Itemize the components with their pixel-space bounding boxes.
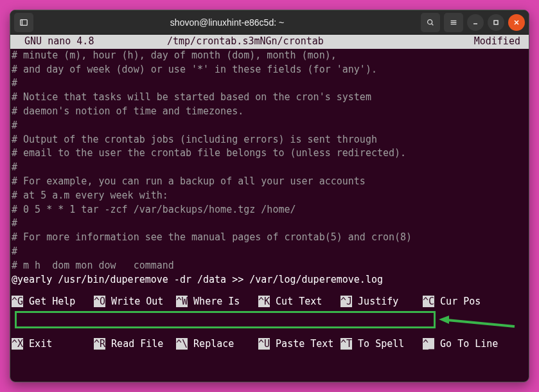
nano-shortcut: ^U Paste Text <box>258 337 340 352</box>
shortcut-label: Paste Text <box>270 338 333 350</box>
shortcut-key: ^_ <box>423 338 434 350</box>
nano-shortcut: ^X Exit <box>12 337 94 352</box>
editor-line: # For more information see the manual pa… <box>12 231 527 245</box>
terminal-body[interactable]: GNU nano 4.8 /tmp/crontab.s3mNGn/crontab… <box>10 35 529 287</box>
editor-line: # <box>12 217 527 231</box>
shortcut-label: Exit <box>23 338 52 350</box>
svg-rect-0 <box>21 19 28 25</box>
editor-line: # at 5 a.m every week with: <box>12 189 527 203</box>
shortcut-label: Go To Line <box>434 338 498 350</box>
menu-button[interactable] <box>444 13 463 32</box>
maximize-button[interactable] <box>488 14 504 31</box>
shortcut-key: ^U <box>258 338 270 350</box>
shortcut-key: ^J <box>340 296 352 307</box>
editor-line: # <box>12 161 527 175</box>
shortcut-key: ^T <box>340 338 352 350</box>
footer-row-2: ^X Exit^R Read File^\ Replace^U Paste Te… <box>12 337 527 352</box>
nano-shortcut: ^_ Go To Line <box>423 337 505 352</box>
shortcut-key: ^G <box>12 296 23 307</box>
editor-content[interactable]: # minute (m), hour (h), day of month (do… <box>10 49 529 287</box>
new-tab-button[interactable] <box>14 13 33 32</box>
nano-filename: /tmp/crontab.s3mNGn/crontab <box>167 35 474 49</box>
editor-line: # For example, you can run a backup of a… <box>12 175 527 189</box>
shortcut-label: Replace <box>188 338 234 350</box>
nano-shortcut: ^O Write Out <box>94 295 176 309</box>
editor-line: # Notice that tasks will be started base… <box>12 91 527 105</box>
shortcut-key: ^X <box>12 338 23 350</box>
shortcut-key: ^\ <box>176 338 188 350</box>
shortcut-label: Justify <box>352 296 398 307</box>
nano-shortcut: ^G Get Help <box>12 295 94 309</box>
editor-line: # daemon's notion of time and timezones. <box>12 105 527 119</box>
minimize-button[interactable] <box>467 14 484 31</box>
shortcut-label: Cut Text <box>270 296 322 307</box>
shortcut-label: Write Out <box>105 296 163 307</box>
shortcut-label: Get Help <box>23 296 75 307</box>
nano-shortcut: ^J Justify <box>340 295 423 309</box>
nano-shortcut: ^W Where Is <box>176 295 258 309</box>
window-titlebar: shovon@linuxhint-e86c5d: ~ <box>10 10 529 35</box>
editor-line: # <box>12 245 527 259</box>
shortcut-label: Read File <box>105 338 163 350</box>
nano-shortcut: ^C Cur Pos <box>423 295 505 309</box>
shortcut-label: Cur Pos <box>434 296 481 307</box>
nano-shortcut: ^K Cut Text <box>258 295 340 309</box>
shortcut-key: ^K <box>258 296 270 307</box>
editor-line: # email to the user the crontab file bel… <box>12 147 527 161</box>
svg-rect-8 <box>494 21 498 24</box>
editor-line: # <box>12 76 527 91</box>
shortcut-key: ^R <box>94 338 105 350</box>
close-button[interactable] <box>508 14 525 31</box>
nano-header: GNU nano 4.8 /tmp/crontab.s3mNGn/crontab… <box>10 35 529 49</box>
editor-line: # <box>12 119 527 133</box>
editor-line: # Output of the crontab jobs (including … <box>12 133 527 147</box>
shortcut-key: ^C <box>423 296 434 307</box>
footer-row-1: ^G Get Help^O Write Out^W Where Is^K Cut… <box>12 295 527 309</box>
nano-shortcut: ^R Read File <box>94 337 176 352</box>
svg-line-3 <box>432 23 434 25</box>
search-button[interactable] <box>421 13 440 32</box>
nano-shortcut: ^\ Replace <box>176 337 258 352</box>
editor-line: # minute (m), hour (h), day of month (do… <box>12 49 527 63</box>
terminal-window: shovon@linuxhint-e86c5d: ~ <box>10 10 529 382</box>
nano-footer: ^G Get Help^O Write Out^W Where Is^K Cut… <box>10 267 529 382</box>
shortcut-key: ^W <box>176 296 188 307</box>
nano-version: GNU nano 4.8 <box>13 35 167 49</box>
nano-shortcut: ^T To Spell <box>340 337 423 352</box>
editor-line: # 0 5 * * 1 tar -zcf /var/backups/home.t… <box>12 203 527 217</box>
nano-status: Modified <box>474 35 526 49</box>
shortcut-label: Where Is <box>188 296 240 307</box>
window-title: shovon@linuxhint-e86c5d: ~ <box>170 17 284 28</box>
editor-line: # and day of week (dow) or use '*' in th… <box>12 63 527 77</box>
svg-point-2 <box>428 19 432 24</box>
shortcut-key: ^O <box>94 296 105 307</box>
shortcut-label: To Spell <box>352 338 404 350</box>
